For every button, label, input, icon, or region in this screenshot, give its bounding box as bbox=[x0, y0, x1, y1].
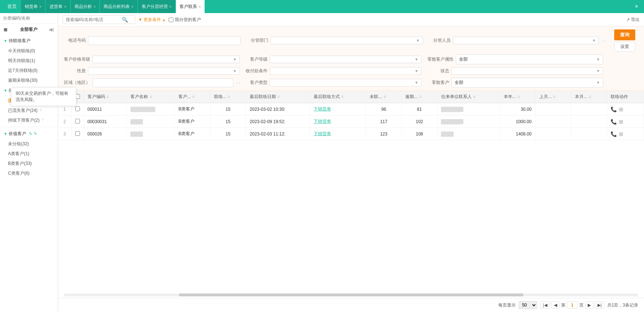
method-link[interactable]: 下销货单 bbox=[314, 106, 331, 112]
sort-icon[interactable]: ⇅ bbox=[106, 95, 109, 99]
more-conditions-button[interactable]: ▼ 更多条件 ▲ bbox=[138, 17, 166, 23]
method-link[interactable]: 下销货单 bbox=[314, 131, 331, 136]
sidebar-item-ungroup[interactable]: 未分组(32) bbox=[0, 139, 58, 149]
close-icon[interactable]: × bbox=[131, 4, 133, 9]
sort-icon[interactable]: ⇅ bbox=[473, 95, 476, 99]
sort-icon[interactable]: ⇅ bbox=[553, 95, 556, 99]
next-page-button[interactable]: ▶ bbox=[585, 301, 593, 309]
sort-icon[interactable]: ⇅ bbox=[228, 95, 230, 99]
payment-select[interactable]: ▼ bbox=[270, 67, 422, 75]
nav-tab-analysis[interactable]: 商品分析 × bbox=[71, 0, 99, 13]
customer-level-select[interactable]: ▼ bbox=[270, 56, 422, 63]
sidebar-item-overdue[interactable]: 逾期未联络(30) bbox=[0, 76, 58, 85]
sidebar-item-c-class[interactable]: C类客户(6) bbox=[0, 169, 58, 178]
sort-icon[interactable]: ⇅ bbox=[419, 95, 422, 99]
sidebar-item-b-class[interactable]: B类客户(33) bbox=[0, 159, 58, 169]
row-code: 000011 bbox=[84, 103, 127, 116]
sort-icon[interactable]: ⇅ bbox=[192, 95, 195, 99]
setting-button[interactable]: 设置 bbox=[614, 42, 635, 52]
table-body: 1 000011 ████████ B类客户 15 2023-03-02 10:… bbox=[58, 103, 644, 140]
nav-tab-sales[interactable]: 销货单 × bbox=[21, 0, 45, 13]
status-select[interactable]: ▼ bbox=[451, 67, 603, 75]
more-actions-icon[interactable]: ⊞ bbox=[619, 106, 623, 112]
export-button[interactable]: ↗ 导出 bbox=[626, 17, 640, 23]
scrollbar-thumb[interactable] bbox=[179, 293, 523, 296]
my-customers-check[interactable] bbox=[169, 17, 173, 22]
region-input[interactable] bbox=[92, 78, 233, 87]
refresh-icon[interactable]: ↻ bbox=[29, 131, 32, 136]
arrow-down-icon: ▼ bbox=[4, 39, 7, 43]
contact-icon[interactable]: 📞 bbox=[611, 131, 617, 137]
contact-icon[interactable]: 📞 bbox=[611, 106, 617, 112]
row-select-checkbox[interactable] bbox=[75, 131, 80, 136]
sidebar-group-value[interactable]: ▼ 价值客户 ↻ ✎ bbox=[0, 129, 58, 139]
row-overdue: 108 bbox=[402, 128, 437, 140]
sidebar-search-input[interactable] bbox=[3, 16, 57, 21]
sort-icon[interactable]: ⇅ bbox=[149, 95, 152, 99]
nature-select[interactable]: ▼ bbox=[88, 67, 240, 75]
col-this-month-label: 本月... bbox=[575, 94, 587, 99]
my-customers-checkbox[interactable]: 我分管的客户 bbox=[169, 17, 201, 23]
more-icon[interactable]: ··· bbox=[601, 38, 605, 44]
retail-attr-select[interactable]: 全部 ▼ bbox=[456, 54, 603, 64]
sidebar-all-customers[interactable]: ⊞ 全部客户 ≪ bbox=[0, 24, 58, 36]
nav-home[interactable]: 首页 bbox=[3, 3, 21, 10]
sort-icon[interactable]: ⇅ bbox=[517, 95, 520, 99]
more-actions-icon[interactable]: ⊞ bbox=[619, 119, 623, 125]
region-field: 区域（地区） ··· bbox=[64, 78, 240, 87]
nav-tab-purchase[interactable]: 进货单 × bbox=[46, 0, 70, 13]
dept-select[interactable]: ▼ bbox=[270, 37, 423, 44]
col-last-method-label: 最后联络方式 bbox=[314, 94, 340, 99]
collapse-icon[interactable]: ≪ bbox=[49, 27, 54, 33]
col-last-date: 最后联络日期 ⇅ bbox=[246, 91, 310, 103]
page-input[interactable] bbox=[567, 301, 578, 309]
export-icon: ↗ bbox=[626, 17, 630, 22]
search-input[interactable] bbox=[66, 17, 120, 22]
close-icon[interactable]: × bbox=[169, 4, 172, 9]
close-icon[interactable]: × bbox=[93, 4, 96, 9]
sidebar-item-declining[interactable]: 持续下滑客户(2) ? bbox=[0, 116, 58, 125]
page-end-label: 页 bbox=[579, 302, 584, 308]
sidebar-item-today[interactable]: 今天待联络(0) bbox=[0, 46, 58, 56]
nav-tab-customer-tier[interactable]: 客户分层经营 × bbox=[138, 0, 175, 13]
contact-icon[interactable]: 📞 bbox=[611, 119, 617, 125]
last-page-button[interactable]: ▶| bbox=[595, 301, 604, 309]
row-this-year: 30.00 bbox=[500, 103, 535, 116]
close-icon[interactable]: × bbox=[39, 4, 41, 9]
phone-input[interactable] bbox=[88, 36, 241, 45]
sidebar-item-churned[interactable]: 已流失客户(24) ? bbox=[0, 106, 58, 116]
more-icon[interactable]: ··· bbox=[236, 80, 240, 86]
close-icon[interactable]: × bbox=[64, 4, 66, 9]
retail-customer-select[interactable]: 全部 ▼ bbox=[451, 78, 603, 88]
sort-icon[interactable]: ⇅ bbox=[341, 95, 344, 99]
search-button[interactable]: 🔍 bbox=[122, 17, 128, 23]
sort-icon[interactable]: ⇅ bbox=[383, 95, 386, 99]
per-page-select[interactable]: 50 100 200 bbox=[519, 301, 537, 309]
horizontal-scrollbar[interactable] bbox=[64, 293, 638, 296]
more-actions-icon[interactable]: ⊞ bbox=[619, 131, 623, 137]
sort-icon[interactable]: ⇅ bbox=[277, 95, 280, 99]
retail-attr-value: 全部 bbox=[459, 56, 468, 62]
sidebar-item-a-class[interactable]: A类客户(1) bbox=[0, 149, 58, 159]
close-app-button[interactable]: × bbox=[632, 3, 641, 10]
nav-tab-analysis-list[interactable]: 商品分析列表 × bbox=[100, 0, 137, 13]
row-last-month bbox=[535, 103, 571, 116]
sort-icon[interactable]: ⇅ bbox=[588, 95, 591, 99]
query-button[interactable]: 查询 bbox=[614, 29, 635, 40]
prev-page-button[interactable]: ◀ bbox=[551, 301, 560, 309]
close-icon[interactable]: × bbox=[198, 4, 201, 9]
chevron-down-icon: ▼ bbox=[416, 39, 420, 42]
grid-icon: ⊞ bbox=[4, 27, 7, 32]
sidebar-group-pending[interactable]: ▼ 待联络客户 bbox=[0, 36, 58, 46]
sidebar-item-tomorrow[interactable]: 明天待联络(1) bbox=[0, 56, 58, 66]
price-level-select[interactable]: ▼ bbox=[92, 56, 240, 63]
method-link[interactable]: 下销货单 bbox=[314, 119, 331, 124]
edit-icon[interactable]: ✎ bbox=[34, 131, 37, 136]
sidebar-item-7days[interactable]: 近7天待联络(0) bbox=[0, 66, 58, 76]
nav-tab-customer-contact[interactable]: 客户联系 × bbox=[176, 0, 204, 13]
row-select-checkbox[interactable] bbox=[75, 106, 80, 111]
row-select-checkbox[interactable] bbox=[75, 119, 80, 123]
first-page-button[interactable]: |◀ bbox=[540, 301, 550, 309]
person-select[interactable]: ▼ bbox=[453, 37, 599, 44]
customer-type-select[interactable]: ▼ bbox=[270, 79, 422, 86]
